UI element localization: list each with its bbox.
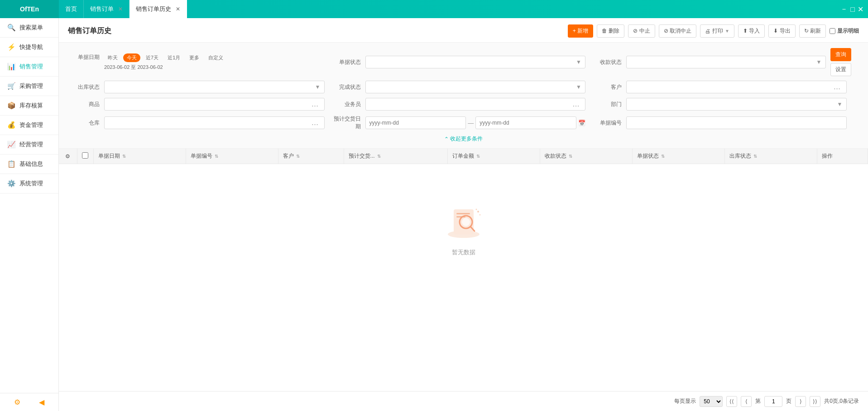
pagination: 每页显示 10 20 50 100 ⟨⟨ ⟨ 第 页 ⟩ ⟩⟩ 共0页,0条记录	[59, 391, 868, 411]
date-tag-custom[interactable]: 自定义	[205, 53, 227, 62]
date-tag-today[interactable]: 今天	[123, 53, 140, 62]
last-page-button[interactable]: ⟩⟩	[810, 396, 820, 407]
sidebar-item-purchase-mgmt[interactable]: 🛒 采购管理	[0, 77, 58, 96]
product-input[interactable]: …	[104, 98, 325, 111]
product-dots[interactable]: …	[310, 100, 321, 108]
bill-status-label: 单据状态	[329, 58, 365, 66]
page-label: 第	[755, 397, 761, 405]
filter-row-4: 仓库 … 预计交货日期 — 📅 单据编号	[68, 115, 859, 131]
th-bill-number[interactable]: 单据编号 ⇅	[186, 149, 278, 164]
th-settings[interactable]: ⚙	[59, 149, 77, 164]
th-bill-status[interactable]: 单据状态 ⇅	[632, 149, 724, 164]
th-outbound-status[interactable]: 出库状态 ⇅	[725, 149, 817, 164]
th-customer[interactable]: 客户 ⇅	[278, 149, 344, 164]
collapse-button[interactable]: ⌃ 收起更多条件	[444, 135, 483, 143]
sort-bill-number-icon: ⇅	[215, 154, 218, 159]
top-bar-controls: － □ ✕	[840, 5, 863, 14]
sidebar-item-operations[interactable]: 📈 经营管理	[0, 135, 58, 155]
date-tag-yesterday[interactable]: 昨天	[104, 53, 121, 62]
new-button[interactable]: + 新增	[568, 24, 593, 38]
date-tag-last7[interactable]: 近7天	[142, 53, 162, 62]
delivery-date-to[interactable]	[475, 116, 576, 129]
sidebar-item-inventory[interactable]: 📦 库存核算	[0, 96, 58, 116]
prev-page-button[interactable]: ⟨	[741, 396, 752, 407]
close-sales-history-tab[interactable]: ✕	[176, 6, 180, 12]
sidebar-item-system[interactable]: ⚙️ 系统管理	[0, 174, 58, 193]
calendar-from-icon[interactable]: 📅	[578, 120, 585, 126]
sidebar-settings-icon[interactable]: ⚙	[14, 398, 20, 406]
complete-status-arrow: ▼	[576, 84, 581, 90]
print-button[interactable]: 🖨 🖨 打印 打印 ▼	[700, 24, 734, 38]
tab-sales-order-history[interactable]: 销售订单历史 ✕	[129, 0, 187, 18]
th-action: 操作	[817, 149, 868, 164]
salesperson-input[interactable]: …	[365, 98, 586, 111]
basic-info-icon: 📋	[7, 160, 16, 168]
close-sales-order-tab[interactable]: ✕	[118, 6, 123, 12]
date-label: 单据日期	[68, 53, 104, 61]
sales-mgmt-icon: 📊	[7, 63, 16, 71]
expected-delivery-label: 预计交货日期	[329, 115, 365, 131]
sidebar-item-search-menu[interactable]: 🔍 搜索菜单	[0, 18, 58, 38]
salesperson-dots[interactable]: …	[571, 100, 581, 108]
sidebar-collapse-icon[interactable]: ◀	[39, 398, 44, 406]
search-menu-icon: 🔍	[7, 24, 16, 32]
page-size-select[interactable]: 10 20 50 100	[700, 396, 723, 407]
th-checkbox	[77, 149, 93, 164]
customer-input[interactable]: …	[626, 81, 847, 93]
payment-status-select[interactable]: ▼	[626, 56, 826, 68]
th-order-amount[interactable]: 订单金额 ⇅	[447, 149, 540, 164]
query-button[interactable]: 查询	[830, 48, 851, 61]
sidebar-item-sales-mgmt[interactable]: 📊 销售管理	[0, 57, 58, 77]
sort-bill-date-icon: ⇅	[122, 154, 126, 159]
bill-status-select[interactable]: ▼	[365, 56, 586, 68]
complete-status-select[interactable]: ▼	[365, 81, 586, 93]
filter-area: 单据日期 昨天 今天 近7天 近1月 更多 自定义 2023-06-02 至 2…	[59, 43, 868, 149]
refresh-button[interactable]: ↻ 刷新	[799, 24, 826, 38]
sort-bill-status-icon: ⇅	[661, 154, 665, 159]
bill-number-input[interactable]	[626, 116, 847, 129]
tab-sales-order[interactable]: 销售订单 ✕	[84, 0, 129, 18]
close-icon[interactable]: ✕	[858, 5, 863, 14]
warehouse-input[interactable]: …	[104, 116, 325, 129]
next-page-button[interactable]: ⟩	[795, 396, 806, 407]
sort-payment-status-icon: ⇅	[569, 154, 572, 159]
delivery-date-from[interactable]	[365, 116, 466, 129]
warehouse-dots[interactable]: …	[310, 119, 321, 127]
sidebar-item-quick-nav[interactable]: ⚡ 快捷导航	[0, 38, 58, 57]
page-unit: 页	[786, 397, 791, 405]
sidebar-item-basic-info[interactable]: 📋 基础信息	[0, 155, 58, 174]
th-bill-date[interactable]: 单据日期 ⇅	[93, 149, 186, 164]
department-select[interactable]: ▼	[626, 98, 847, 111]
display-detail-checkbox[interactable]	[830, 28, 835, 34]
date-tags: 昨天 今天 近7天 近1月 更多 自定义	[104, 53, 329, 62]
finance-icon: 💰	[7, 121, 16, 129]
export-button[interactable]: ⬇ 导出	[768, 24, 795, 38]
sidebar-item-finance[interactable]: 💰 资金管理	[0, 116, 58, 135]
date-tag-more[interactable]: 更多	[186, 53, 203, 62]
tab-home[interactable]: 首页	[59, 0, 84, 18]
th-payment-status[interactable]: 收款状态 ⇅	[540, 149, 632, 164]
svg-point-5	[462, 218, 470, 226]
settings-filter-button[interactable]: 设置	[830, 63, 851, 76]
stop-button[interactable]: ⊘ 中止	[628, 24, 655, 38]
customer-dots[interactable]: …	[832, 83, 843, 91]
first-page-button[interactable]: ⟨⟨	[726, 396, 737, 407]
cancel-stop-button[interactable]: ⊘ 取消中止	[659, 24, 696, 38]
th-expected-delivery[interactable]: 预计交货... ⇅	[344, 149, 447, 164]
collapse-row: ⌃ 收起更多条件	[68, 135, 859, 143]
svg-rect-2	[456, 213, 470, 214]
print-icon: 🖨	[705, 28, 710, 34]
page-number-input[interactable]	[764, 396, 782, 407]
sort-expected-delivery-icon: ⇅	[377, 154, 381, 159]
filter-row-2: 出库状态 ▼ 完成状态 ▼ 客户	[68, 81, 859, 93]
outbound-status-select[interactable]: ▼	[104, 81, 325, 93]
payment-status-arrow: ▼	[816, 59, 822, 65]
select-all-checkbox[interactable]	[82, 152, 88, 159]
display-detail-checkbox-label[interactable]: 显示明细	[830, 27, 859, 35]
svg-point-7	[477, 211, 479, 213]
delete-button[interactable]: 🗑 删除	[597, 24, 624, 38]
minimize-icon[interactable]: －	[840, 5, 848, 14]
import-button[interactable]: ⬆ 导入	[738, 24, 765, 38]
date-tag-last1m[interactable]: 近1月	[164, 53, 184, 62]
maximize-icon[interactable]: □	[850, 5, 855, 13]
